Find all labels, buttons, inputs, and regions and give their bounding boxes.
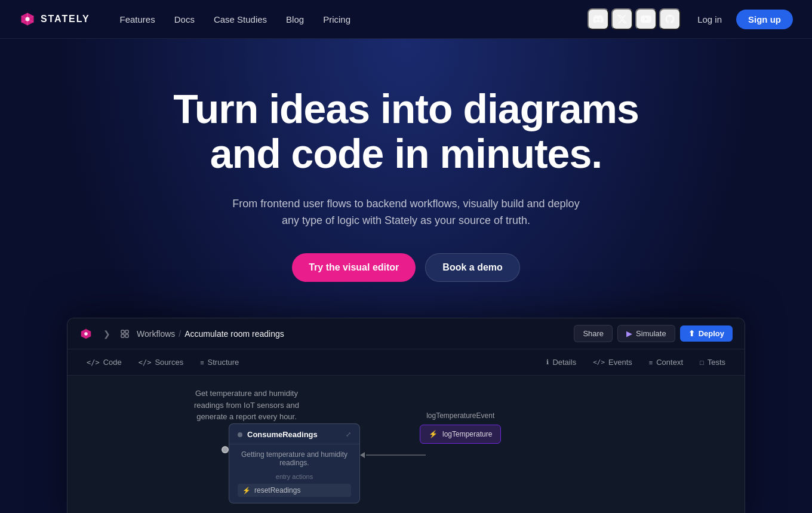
nav-links: Features Docs Case Studies Blog Pricing bbox=[112, 11, 579, 28]
state-action-reset: ⚡ resetReadings bbox=[238, 484, 351, 497]
svg-rect-3 bbox=[125, 330, 128, 333]
expand-icon: ⤢ bbox=[346, 431, 351, 438]
breadcrumb-root[interactable]: Workflows bbox=[137, 329, 175, 339]
state-dot bbox=[238, 432, 242, 437]
brand-logo[interactable]: STATELY bbox=[19, 11, 90, 27]
arrow-head bbox=[360, 452, 365, 458]
connector-arrow bbox=[360, 452, 426, 458]
app-preview: ❯ Workflows / Accumulate room readings S… bbox=[67, 318, 745, 513]
deploy-button[interactable]: ⬆ Deploy bbox=[680, 325, 733, 342]
tab-structure[interactable]: ≡ Structure bbox=[193, 355, 246, 370]
connector-line bbox=[366, 454, 426, 456]
tab-tests[interactable]: □ Tests bbox=[693, 355, 733, 370]
tab-context-label: Context bbox=[656, 358, 683, 367]
start-dot bbox=[222, 446, 229, 453]
youtube-icon bbox=[641, 14, 651, 24]
twitter-icon bbox=[617, 14, 628, 24]
pages-icon bbox=[120, 329, 130, 339]
tab-tests-label: Tests bbox=[708, 358, 725, 367]
headline-line2: and code in minutes. bbox=[210, 131, 602, 176]
hero-cta-group: Try the visual editor Book a demo bbox=[19, 253, 793, 282]
svg-rect-4 bbox=[121, 334, 124, 337]
try-editor-button[interactable]: Try the visual editor bbox=[292, 253, 416, 282]
entry-actions-label: Entry actions bbox=[238, 473, 351, 480]
events-tab-icon: </> bbox=[593, 358, 605, 366]
nav-pricing[interactable]: Pricing bbox=[315, 11, 359, 28]
tab-events[interactable]: </> Events bbox=[586, 355, 639, 370]
deploy-label: Deploy bbox=[699, 329, 724, 338]
tab-code[interactable]: </> Code bbox=[79, 355, 129, 370]
nav-case-studies[interactable]: Case Studies bbox=[205, 11, 275, 28]
breadcrumb-current: Accumulate room readings bbox=[184, 329, 284, 339]
event-label: logTemperatureEvent bbox=[420, 411, 501, 420]
app-tabs: </> Code </> Sources ≡ Structure ℹ Detai… bbox=[67, 349, 745, 376]
app-toolbar: ❯ Workflows / Accumulate room readings S… bbox=[67, 318, 745, 349]
tabs-left: </> Code </> Sources ≡ Structure bbox=[79, 355, 246, 370]
nav-features[interactable]: Features bbox=[112, 11, 164, 28]
event-action-name: logTemperature bbox=[442, 430, 492, 438]
tab-details-label: Details bbox=[552, 358, 576, 367]
login-button[interactable]: Log in bbox=[690, 11, 729, 28]
github-icon bbox=[665, 14, 675, 24]
hero-subtext: From frontend user flows to backend work… bbox=[227, 195, 585, 230]
main-nav: STATELY Features Docs Case Studies Blog … bbox=[0, 0, 812, 39]
sources-tab-icon: </> bbox=[139, 358, 152, 367]
state-name: ConsumeReadings bbox=[247, 430, 318, 439]
tab-details[interactable]: ℹ Details bbox=[539, 355, 583, 370]
toolbar-actions: Share ▶ Simulate ⬆ Deploy bbox=[574, 325, 733, 342]
tabs-right: ℹ Details </> Events ≡ Context □ Tests bbox=[539, 355, 733, 370]
svg-rect-5 bbox=[125, 334, 128, 337]
tab-code-label: Code bbox=[103, 358, 122, 367]
signup-button[interactable]: Sign up bbox=[736, 10, 793, 29]
nav-social bbox=[588, 8, 681, 30]
toolbar-collapse-icon: ❯ bbox=[103, 329, 110, 339]
nav-docs[interactable]: Docs bbox=[166, 11, 203, 28]
tab-structure-label: Structure bbox=[208, 358, 239, 367]
nav-blog[interactable]: Blog bbox=[278, 11, 312, 28]
canvas-description: Get temperature and humidity readings fr… bbox=[187, 388, 306, 423]
brand-name: STATELY bbox=[41, 14, 90, 24]
share-button[interactable]: Share bbox=[574, 325, 613, 342]
youtube-button[interactable] bbox=[635, 8, 657, 30]
details-tab-icon: ℹ bbox=[546, 358, 549, 366]
breadcrumb-separator: / bbox=[179, 329, 181, 339]
tab-sources-label: Sources bbox=[155, 358, 183, 367]
github-button[interactable] bbox=[659, 8, 681, 30]
event-action-box: ⚡ logTemperature bbox=[420, 425, 501, 444]
play-icon: ▶ bbox=[626, 329, 632, 338]
breadcrumb: Workflows / Accumulate room readings bbox=[137, 329, 284, 339]
simulate-label: Simulate bbox=[636, 329, 666, 338]
svg-point-0 bbox=[26, 17, 30, 21]
state-description: Getting temperature and humidity reading… bbox=[238, 450, 351, 467]
svg-rect-2 bbox=[121, 330, 124, 333]
tab-context[interactable]: ≡ Context bbox=[642, 355, 690, 370]
discord-button[interactable] bbox=[588, 8, 609, 30]
action-lightning-icon: ⚡ bbox=[242, 487, 251, 494]
code-tab-icon: </> bbox=[87, 358, 100, 367]
hero-headline: Turn ideas into diagrams and code in min… bbox=[167, 87, 645, 176]
app-canvas: Get temperature and humidity readings fr… bbox=[67, 376, 745, 513]
tests-tab-icon: □ bbox=[700, 359, 704, 366]
tab-sources[interactable]: </> Sources bbox=[131, 355, 190, 370]
simulate-button[interactable]: ▶ Simulate bbox=[617, 325, 675, 342]
headline-line1: Turn ideas into diagrams bbox=[173, 86, 639, 131]
event-action-icon: ⚡ bbox=[429, 430, 438, 438]
context-tab-icon: ≡ bbox=[649, 359, 653, 366]
state-node-consume-readings[interactable]: ConsumeReadings ⤢ Getting temperature an… bbox=[229, 423, 360, 503]
state-node-header: ConsumeReadings ⤢ bbox=[229, 424, 359, 444]
action-name: resetReadings bbox=[254, 486, 300, 494]
tab-events-label: Events bbox=[608, 358, 632, 367]
toolbar-logo bbox=[79, 327, 94, 341]
structure-tab-icon: ≡ bbox=[200, 359, 204, 366]
logo-icon bbox=[19, 11, 36, 27]
book-demo-button[interactable]: Book a demo bbox=[425, 253, 519, 282]
hero-section: Turn ideas into diagrams and code in min… bbox=[0, 39, 812, 513]
event-node[interactable]: logTemperatureEvent ⚡ logTemperature bbox=[420, 411, 501, 444]
svg-point-1 bbox=[84, 332, 88, 336]
nav-auth: Log in Sign up bbox=[690, 10, 793, 29]
deploy-icon: ⬆ bbox=[688, 329, 695, 338]
twitter-button[interactable] bbox=[611, 8, 633, 30]
state-body: Getting temperature and humidity reading… bbox=[229, 444, 359, 503]
discord-icon bbox=[593, 14, 604, 24]
